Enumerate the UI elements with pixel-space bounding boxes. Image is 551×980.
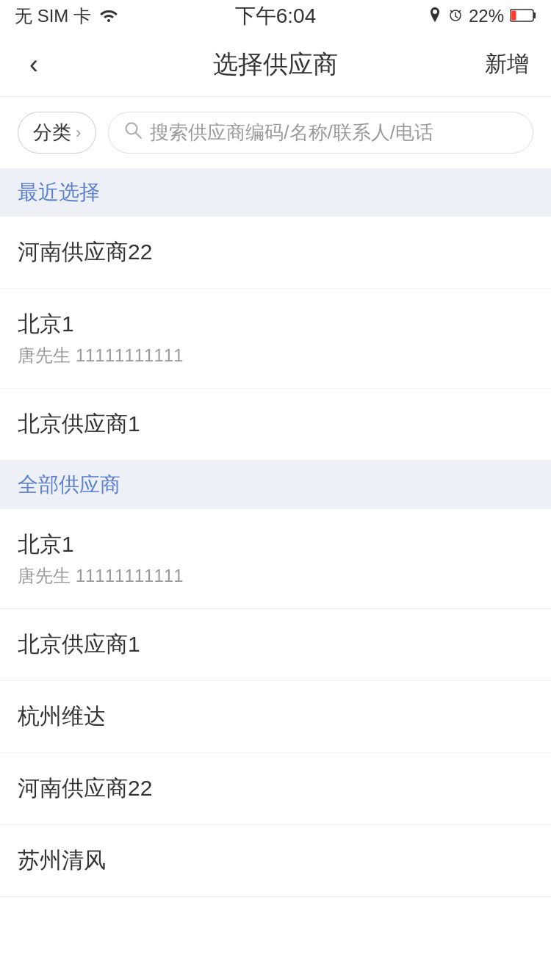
back-button[interactable]: ‹ (22, 42, 46, 87)
all-section-label: 全部供应商 (18, 473, 120, 496)
item-detail: 唐先生 11111111111 (18, 344, 533, 367)
wifi-icon (98, 6, 119, 26)
list-item[interactable]: 杭州维达 (0, 681, 551, 753)
battery-icon (510, 6, 536, 26)
item-name: 北京供应商1 (18, 409, 533, 439)
list-item[interactable]: 河南供应商22 (0, 753, 551, 825)
recent-section-header: 最近选择 (0, 168, 551, 217)
filter-bar: 分类 › 搜索供应商编码/名称/联系人/电话 (0, 97, 551, 168)
list-item[interactable]: 北京供应商1 (0, 609, 551, 681)
list-item[interactable]: 北京1唐先生 11111111111 (0, 289, 551, 389)
list-item[interactable]: 河南供应商22 (0, 217, 551, 289)
svg-line-5 (136, 133, 142, 139)
item-name: 杭州维达 (18, 702, 533, 732)
recent-section-label: 最近选择 (18, 181, 100, 203)
svg-rect-2 (533, 12, 536, 18)
category-label: 分类 (33, 120, 71, 145)
status-bar-left: 无 SIM 卡 (15, 4, 119, 28)
item-name: 北京1 (18, 530, 533, 560)
list-item[interactable]: 苏州清风 (0, 825, 551, 897)
item-name: 北京供应商1 (18, 630, 533, 660)
status-bar: 无 SIM 卡 下午6:04 22% (0, 0, 551, 32)
nav-bar: ‹ 选择供应商 新增 (0, 32, 551, 97)
all-items-list: 北京1唐先生 11111111111北京供应商1杭州维达河南供应商22苏州清风 (0, 509, 551, 897)
status-bar-right: 22% (428, 6, 536, 26)
alarm-icon (448, 6, 463, 26)
svg-rect-3 (511, 11, 516, 21)
add-button[interactable]: 新增 (485, 49, 529, 79)
category-filter-button[interactable]: 分类 › (18, 112, 96, 154)
page-title: 选择供应商 (213, 48, 338, 82)
no-sim-text: 无 SIM 卡 (15, 4, 91, 28)
item-detail: 唐先生 11111111111 (18, 564, 533, 588)
search-icon (123, 120, 143, 145)
list-item[interactable]: 北京1唐先生 11111111111 (0, 509, 551, 609)
list-item[interactable]: 北京供应商1 (0, 389, 551, 461)
item-name: 北京1 (18, 309, 533, 339)
status-bar-time: 下午6:04 (235, 2, 317, 30)
chevron-right-icon: › (76, 123, 81, 143)
search-placeholder: 搜索供应商编码/名称/联系人/电话 (150, 120, 433, 145)
item-name: 河南供应商22 (18, 237, 533, 267)
all-section-header: 全部供应商 (0, 461, 551, 509)
item-name: 河南供应商22 (18, 774, 533, 804)
location-icon (428, 6, 442, 26)
item-name: 苏州清风 (18, 846, 533, 876)
search-box[interactable]: 搜索供应商编码/名称/联系人/电话 (108, 112, 533, 154)
battery-text: 22% (469, 6, 504, 26)
recent-items-list: 河南供应商22北京1唐先生 11111111111北京供应商1 (0, 217, 551, 461)
